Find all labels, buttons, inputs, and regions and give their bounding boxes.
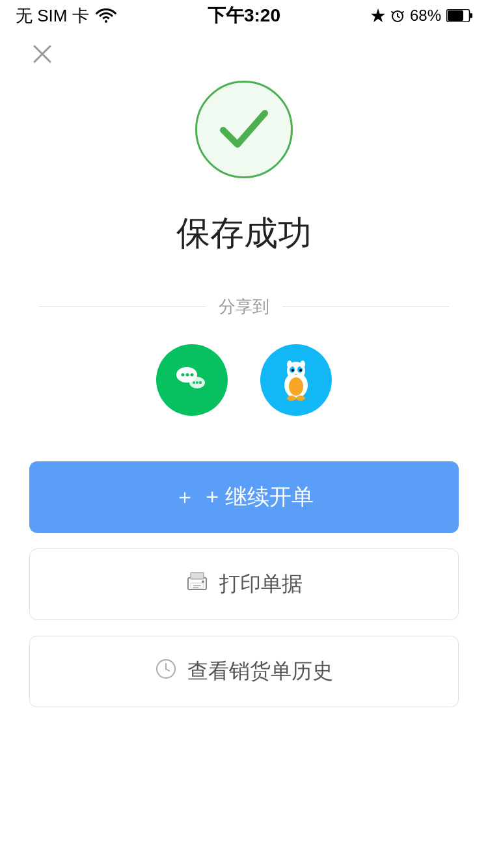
svg-rect-2 (470, 13, 472, 18)
print-label: 打印单据 (219, 570, 303, 599)
svg-point-19 (291, 369, 294, 372)
view-history-button[interactable]: 查看销货单历史 (29, 636, 459, 707)
status-right: 68% (371, 7, 472, 25)
svg-point-14 (199, 381, 202, 384)
svg-point-9 (186, 373, 189, 377)
battery-icon (446, 9, 472, 22)
location-icon (371, 8, 385, 23)
svg-point-23 (296, 396, 305, 401)
action-buttons: ＋ + 继续开单 打印单据 (29, 461, 459, 707)
qq-icon (277, 359, 316, 401)
status-left: 无 SIM 卡 (16, 5, 116, 27)
svg-point-8 (182, 373, 185, 377)
print-receipt-button[interactable]: 打印单据 (29, 549, 459, 620)
status-bar: 无 SIM 卡 下午3:20 68% (0, 0, 488, 29)
share-divider: 分享到 (0, 295, 488, 318)
svg-point-22 (287, 396, 296, 401)
wechat-icon (171, 362, 213, 398)
history-label: 查看销货单历史 (187, 657, 333, 686)
share-label: 分享到 (206, 295, 282, 318)
alarm-icon (390, 8, 405, 23)
plus-icon: ＋ (174, 483, 195, 511)
close-icon (32, 44, 53, 64)
close-button[interactable] (26, 38, 59, 70)
svg-point-10 (191, 373, 194, 377)
svg-point-12 (193, 381, 195, 384)
svg-point-24 (287, 360, 292, 368)
printer-icon (185, 571, 209, 597)
svg-point-20 (299, 369, 302, 372)
share-qq-button[interactable] (260, 344, 332, 416)
success-title: 保存成功 (176, 211, 312, 256)
status-time: 下午3:20 (208, 3, 280, 28)
svg-point-13 (196, 381, 198, 384)
continue-order-button[interactable]: ＋ + 继续开单 (29, 461, 459, 533)
svg-rect-27 (191, 573, 204, 579)
share-wechat-button[interactable] (156, 344, 228, 416)
history-icon (155, 658, 177, 685)
svg-rect-3 (448, 10, 463, 21)
continue-order-label: + 继续开单 (206, 482, 313, 512)
wifi-icon (96, 8, 116, 23)
svg-point-25 (300, 360, 305, 368)
sim-text: 无 SIM 卡 (16, 5, 89, 27)
svg-point-31 (202, 580, 204, 583)
main-content: 保存成功 分享到 (0, 29, 488, 707)
battery-text: 68% (410, 7, 441, 25)
share-icons-row (156, 344, 332, 416)
svg-point-21 (289, 377, 303, 396)
success-indicator (195, 81, 293, 178)
checkmark-icon (218, 107, 270, 152)
